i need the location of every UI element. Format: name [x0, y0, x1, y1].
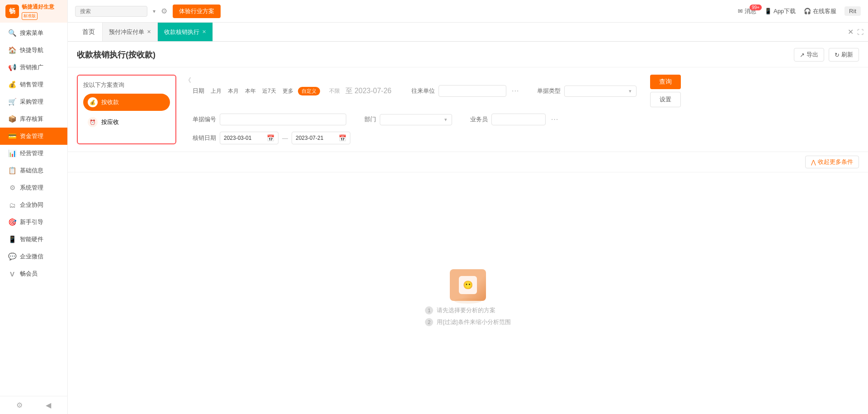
topbar: ▾ ⚙ 体验行业方案 ✉ 消息 99+ 📱 App下载 🎧 在线客服 Rit: [68, 0, 868, 23]
tab-collection[interactable]: 收款核销执行 ✕: [158, 23, 213, 41]
filter-date-row: 上月 本月 本年 近7天 更多 自定义: [208, 86, 320, 96]
sidebar-item-wechat[interactable]: 💬 企业微信: [0, 248, 67, 265]
tabbar-close-all-button[interactable]: ✕: [848, 28, 854, 36]
sidebar-item-operations[interactable]: 📊 经营管理: [0, 145, 67, 162]
logo: 畅 畅捷通好生意 标准版: [0, 0, 67, 23]
date-tab-this-month[interactable]: 本月: [225, 86, 241, 96]
purchase-icon: 🛒: [8, 98, 16, 106]
calendar-start-icon[interactable]: 📅: [267, 134, 274, 142]
counterparty-dots[interactable]: ···: [512, 87, 519, 95]
sidebar-item-guide[interactable]: 🎯 新手引导: [0, 214, 67, 231]
date-tab-7days[interactable]: 近7天: [259, 86, 279, 96]
sidebar-item-finance[interactable]: 💳 资金管理: [0, 128, 67, 145]
bill-type-select[interactable]: ▾: [564, 86, 637, 97]
sidebar-item-search[interactable]: 🔍 搜索菜单: [0, 24, 67, 42]
verify-date-end-group: 2023-07-21 📅: [292, 132, 350, 144]
sidebar: 畅 畅捷通好生意 标准版 🔍 搜索菜单 🏠 快捷导航 📢 营销推广 💰 销售管理…: [0, 0, 68, 414]
sidebar-item-sales[interactable]: 💰 销售管理: [0, 76, 67, 93]
filter-section-title: 按以下方案查询: [83, 81, 170, 89]
search-icon: 🔍: [8, 29, 16, 37]
query-buttons: 查询 设置: [650, 75, 681, 107]
refresh-icon: ↻: [835, 52, 840, 58]
staff-input[interactable]: [491, 114, 546, 125]
sidebar-item-purchase[interactable]: 🛒 采购管理: [0, 93, 67, 110]
sidebar-collapse-button[interactable]: ◀: [46, 401, 51, 409]
hardware-icon: 📱: [8, 235, 16, 243]
dept-select[interactable]: ▾: [380, 114, 452, 125]
bill-type-dropdown-icon: ▾: [629, 88, 632, 94]
filter-section: 按以下方案查询 💰 按收款 ⏰ 按应收 《 日期: [68, 67, 868, 152]
verify-date-end-input[interactable]: 2023-07-21 📅: [292, 132, 350, 144]
basic-info-icon: 📋: [8, 167, 16, 175]
empty-state: 😶 1 请先选择要分析的方案 2 用[过滤]条件来缩小分析范围: [68, 172, 868, 414]
tab-home[interactable]: 首页: [75, 23, 103, 41]
filter-dept-field: 部门 ▾: [364, 114, 452, 125]
system-icon: ⚙: [8, 184, 16, 192]
verify-date-start-input[interactable]: 2023-03-01 📅: [220, 132, 278, 144]
tabbar-actions: ✕ ⛶: [848, 28, 868, 36]
page-title: 收款核销执行(按收款): [77, 49, 156, 60]
filter-staff-field: 业务员 ···: [470, 114, 558, 125]
empty-tip-1: 1 请先选择要分析的方案: [425, 306, 510, 314]
wechat-icon: 💬: [8, 252, 16, 261]
date-tab-last-month[interactable]: 上月: [208, 86, 224, 96]
sidebar-item-enterprise[interactable]: 🗂 企业协同: [0, 196, 67, 214]
tip-num-1: 1: [425, 306, 433, 314]
date-range-separator: —: [282, 135, 288, 142]
sidebar-item-inventory[interactable]: 📦 库存核算: [0, 110, 67, 128]
page-header: 收款核销执行(按收款) ↗ 导出 ↻ 刷新: [68, 42, 868, 67]
collapse-more-button[interactable]: ⋀ 收起更多条件: [805, 156, 859, 168]
sidebar-item-hardware[interactable]: 📱 智能硬件: [0, 231, 67, 248]
sidebar-item-system[interactable]: ⚙ 系统管理: [0, 179, 67, 196]
sidebar-item-member[interactable]: V 畅会员: [0, 265, 67, 282]
tip-num-2: 2: [425, 318, 433, 326]
sidebar-nav: 🔍 搜索菜单 🏠 快捷导航 📢 营销推广 💰 销售管理 🛒 采购管理 📦 库存核…: [0, 23, 67, 396]
setting-button[interactable]: 设置: [650, 92, 681, 107]
receipt-icon: 💰: [88, 97, 98, 107]
export-button[interactable]: ↗ 导出: [794, 48, 824, 62]
date-until-text: 至 2023-07-26: [345, 86, 392, 96]
topbar-chevron-icon[interactable]: ▾: [153, 8, 156, 14]
date-tab-this-year[interactable]: 本年: [242, 86, 259, 96]
topbar-gear-icon[interactable]: ⚙: [161, 7, 167, 15]
solution-button[interactable]: 体验行业方案: [173, 5, 221, 18]
topbar-message-button[interactable]: ✉ 消息 99+: [738, 7, 756, 15]
filter-collapse-button[interactable]: 《: [184, 75, 193, 144]
counterparty-input[interactable]: [439, 85, 506, 97]
bill-no-input[interactable]: [220, 114, 346, 125]
tab-prepayment-close[interactable]: ✕: [147, 29, 151, 35]
filter-option-by-receipt[interactable]: 💰 按收款: [83, 94, 170, 111]
sidebar-item-marketing[interactable]: 📢 营销推广: [0, 59, 67, 76]
content-area: 收款核销执行(按收款) ↗ 导出 ↻ 刷新 按以下方案查询 💰 按收款: [68, 42, 868, 414]
export-icon: ↗: [800, 52, 805, 58]
staff-dots[interactable]: ···: [551, 115, 558, 124]
inventory-icon: 📦: [8, 115, 16, 123]
sidebar-settings-button[interactable]: ⚙: [16, 401, 23, 409]
query-button[interactable]: 查询: [650, 75, 681, 89]
filter-date-info: 不限 至 2023-07-26: [329, 86, 393, 96]
empty-tips: 1 请先选择要分析的方案 2 用[过滤]条件来缩小分析范围: [425, 306, 510, 326]
filter-verify-date-field: 核销日期 2023-03-01 📅 — 2023-07-21 📅: [193, 132, 350, 144]
filter-option-by-receivable[interactable]: ⏰ 按应收: [83, 114, 170, 131]
tabbar-expand-button[interactable]: ⛶: [857, 29, 863, 36]
empty-box: 😶: [450, 269, 486, 301]
refresh-button[interactable]: ↻ 刷新: [829, 48, 859, 62]
calendar-end-icon[interactable]: 📅: [339, 134, 346, 142]
operations-icon: 📊: [8, 149, 16, 157]
topbar-search-input[interactable]: [75, 6, 147, 17]
date-tab-custom[interactable]: 自定义: [298, 87, 320, 95]
verify-date-start-group: 2023-03-01 📅: [220, 132, 278, 144]
tab-collection-close[interactable]: ✕: [202, 29, 206, 35]
sidebar-item-basic-info[interactable]: 📋 基础信息: [0, 162, 67, 179]
tab-prepayment[interactable]: 预付冲应付单 ✕: [103, 23, 158, 41]
tabbar: 首页 预付冲应付单 ✕ 收款核销执行 ✕ ✕ ⛶: [68, 23, 868, 42]
date-tab-more[interactable]: 更多: [280, 86, 296, 96]
topbar-service-button[interactable]: 🎧 在线客服: [804, 7, 836, 15]
filter-counterparty-field: 往来单位 ···: [411, 85, 519, 97]
topbar-app-download-button[interactable]: 📱 App下载: [764, 7, 796, 15]
message-icon: ✉: [738, 8, 743, 14]
sidebar-item-quick-nav[interactable]: 🏠 快捷导航: [0, 42, 67, 59]
topbar-user[interactable]: Rit: [844, 6, 861, 16]
collapse-more-section: ⋀ 收起更多条件: [68, 152, 868, 172]
filter-left-panel: 按以下方案查询 💰 按收款 ⏰ 按应收: [77, 75, 176, 144]
